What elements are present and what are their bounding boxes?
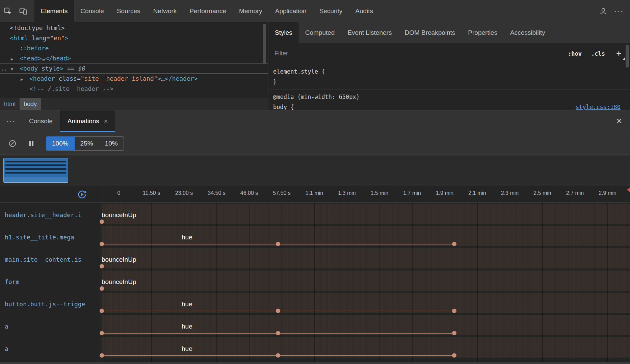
- panel-tab-bar: ElementsConsoleSourcesNetworkPerformance…: [34, 0, 379, 22]
- style-rules: element.style { } @media (min-width: 650…: [268, 64, 630, 112]
- disclosure-arrow-icon[interactable]: ▼: [11, 64, 20, 74]
- drawer-tab-animations[interactable]: Animations×: [60, 110, 115, 132]
- sidebar-tab-accessibility[interactable]: Accessibility: [504, 22, 551, 43]
- keyframe-dot[interactable]: [276, 331, 280, 335]
- tab-close-icon[interactable]: ×: [104, 118, 108, 125]
- drawer-more-icon[interactable]: ⋯: [0, 110, 22, 132]
- element-style-rule-open[interactable]: element.style {: [273, 67, 630, 77]
- animation-row[interactable]: h1.site__title.megahue: [0, 225, 630, 247]
- disclosure-arrow-icon[interactable]: ▶: [21, 74, 29, 84]
- profile-icon[interactable]: [596, 7, 611, 16]
- animation-row[interactable]: main.site__content.isbounceInUp: [0, 247, 630, 269]
- disclosure-arrow-icon[interactable]: ▶: [11, 54, 20, 64]
- animation-row[interactable]: formbounceInUp: [0, 269, 630, 292]
- tab-network[interactable]: Network: [147, 0, 183, 22]
- pause-all-icon[interactable]: [24, 136, 38, 151]
- sidebar-tab-event-listeners[interactable]: Event Listeners: [341, 22, 398, 43]
- animations-timeline: 011.50 s23.00 s34.50 s46.00 s57.50 s1.1 …: [0, 186, 630, 364]
- pseudo-state-toggle[interactable]: :hov: [568, 50, 582, 57]
- clear-all-icon[interactable]: [5, 136, 20, 151]
- dom-tree-line[interactable]: <html lang="en">: [0, 33, 268, 43]
- styles-filter-input[interactable]: [274, 50, 558, 57]
- animation-node-name[interactable]: button.butt.js--trigge: [5, 301, 100, 308]
- tab-performance[interactable]: Performance: [183, 0, 233, 22]
- more-menu-icon[interactable]: ⋯: [611, 6, 627, 16]
- replay-icon[interactable]: [77, 189, 87, 200]
- device-toolbar-icon[interactable]: [16, 0, 31, 22]
- tab-security[interactable]: Security: [313, 0, 349, 22]
- playback-rate-100[interactable]: 100%: [46, 136, 75, 151]
- dom-tree-line[interactable]: ▶<head>…</head>: [0, 53, 268, 63]
- drawer-close-icon[interactable]: ✕: [608, 110, 630, 132]
- playback-rate-group: 100%25%10%: [46, 136, 124, 151]
- animation-rows: header.site__header.ibounceInUph1.site__…: [0, 203, 630, 359]
- dom-tree-line[interactable]: ..▼<body style> == $0: [0, 63, 268, 74]
- keyframe-dot[interactable]: [276, 353, 280, 358]
- styles-scrollbar-thumb[interactable]: [626, 45, 629, 68]
- preview-text-lines: [5, 161, 66, 175]
- ruler-label: 46.00 s: [240, 190, 258, 196]
- plus-icon: +: [616, 48, 622, 58]
- tab-console[interactable]: Console: [74, 0, 110, 22]
- animation-row[interactable]: ahue: [0, 314, 630, 336]
- dom-tree-line[interactable]: <!-- /.site__header -->: [0, 84, 268, 94]
- new-style-rule-button[interactable]: +: [614, 49, 623, 58]
- horizontal-scrollbar[interactable]: [0, 362, 630, 364]
- inspect-icon[interactable]: [0, 0, 16, 22]
- keyframe-dot[interactable]: [100, 309, 104, 313]
- animation-node-name[interactable]: a: [5, 345, 100, 352]
- sidebar-tab-properties[interactable]: Properties: [462, 22, 504, 43]
- breadcrumb-html[interactable]: html: [0, 98, 20, 110]
- ruler-label: 1.7 min: [403, 190, 421, 196]
- tab-application[interactable]: Application: [269, 0, 313, 22]
- animation-node-name[interactable]: a: [5, 323, 100, 330]
- keyframe-dot[interactable]: [100, 219, 104, 224]
- animation-duration-bar: [102, 293, 630, 313]
- keyframe-dot[interactable]: [452, 242, 456, 246]
- keyframe-dot[interactable]: [452, 309, 456, 313]
- animation-name-label: bounceInUp: [102, 256, 136, 263]
- keyframe-dot[interactable]: [100, 264, 104, 268]
- elements-scrollbar-thumb[interactable]: [263, 24, 266, 64]
- rule-separator: [268, 89, 630, 89]
- tab-sources[interactable]: Sources: [110, 0, 147, 22]
- ruler-label: 0: [117, 190, 121, 196]
- animation-name-label: hue: [182, 345, 192, 353]
- keyframe-dot[interactable]: [452, 331, 456, 335]
- ruler-label: 34.50 s: [208, 190, 225, 196]
- animation-node-name[interactable]: h1.site__title.mega: [5, 234, 100, 241]
- animation-group-preview[interactable]: [3, 158, 68, 183]
- keyframe-dot[interactable]: [452, 353, 456, 358]
- animation-row[interactable]: button.butt.js--triggehue: [0, 292, 630, 314]
- more-glyph: ⋯: [614, 6, 624, 16]
- ruler-label: 57.50 s: [273, 190, 290, 196]
- dom-tree-line[interactable]: ::before: [0, 43, 268, 53]
- animation-name-label: bounceInUp: [102, 278, 136, 286]
- keyframe-dot[interactable]: [100, 286, 104, 291]
- animation-row[interactable]: ahue: [0, 336, 630, 359]
- drawer-tab-console[interactable]: Console: [22, 110, 60, 132]
- tab-memory[interactable]: Memory: [233, 0, 269, 22]
- playback-rate-25[interactable]: 25%: [74, 136, 99, 151]
- sidebar-tab-computed[interactable]: Computed: [299, 22, 341, 43]
- dom-tree-line[interactable]: <!doctype html>: [0, 23, 268, 33]
- keyframe-dot[interactable]: [276, 242, 280, 246]
- keyframe-dot[interactable]: [100, 331, 104, 335]
- animation-node-name[interactable]: header.site__header.i: [5, 211, 100, 218]
- animation-track: bounceInUp: [101, 247, 630, 269]
- breadcrumb-body[interactable]: body: [20, 98, 41, 110]
- keyframe-dot[interactable]: [100, 242, 104, 246]
- sidebar-tab-styles[interactable]: Styles: [268, 22, 299, 43]
- keyframe-dot[interactable]: [276, 309, 280, 313]
- keyframe-dot[interactable]: [100, 353, 104, 358]
- playback-rate-10[interactable]: 10%: [99, 136, 124, 151]
- animation-row[interactable]: header.site__header.ibounceInUp: [0, 203, 630, 225]
- ruler-label: 1.9 min: [436, 190, 453, 196]
- dom-tree-line[interactable]: ▶<header class="site__header island">…</…: [0, 74, 268, 84]
- sidebar-tab-dom-breakpoints[interactable]: DOM Breakpoints: [398, 22, 462, 43]
- animation-node-name[interactable]: main.site__content.is: [5, 256, 100, 263]
- class-toggle[interactable]: .cls: [591, 50, 605, 57]
- tab-audits[interactable]: Audits: [349, 0, 379, 22]
- animation-node-name[interactable]: form: [5, 278, 100, 285]
- tab-elements[interactable]: Elements: [34, 0, 74, 22]
